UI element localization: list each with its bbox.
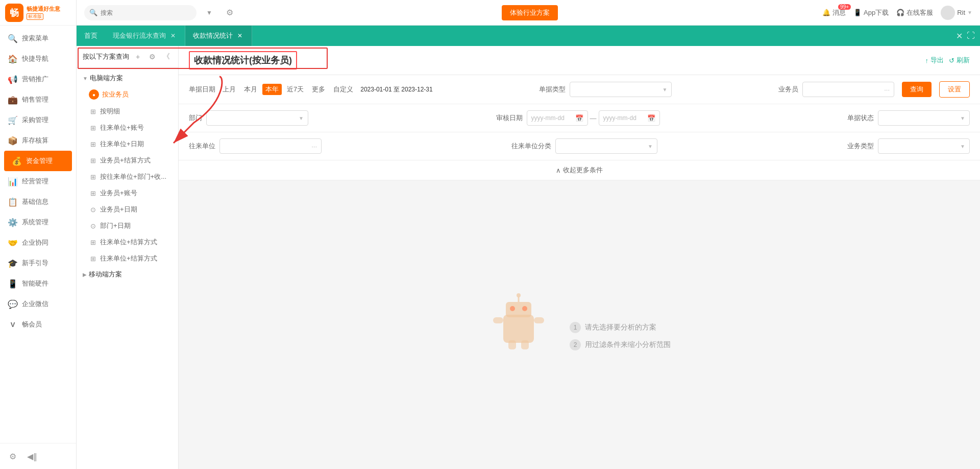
sidebar-item-basic[interactable]: 📋 基础信息 — [0, 192, 76, 212]
sidebar-nav: 🔍 搜索菜单 🏠 快捷导航 📢 营销推广 💼 销售管理 🛒 采购管理 📦 库存核… — [0, 26, 76, 443]
sidebar-collapse-button[interactable]: ◀‖ — [24, 449, 40, 464]
date-dash: — — [590, 114, 597, 122]
counterpart-label: 往来单位 — [189, 142, 215, 151]
sidebar-item-marketing[interactable]: 📢 营销推广 — [0, 69, 76, 89]
window-close-button[interactable]: ✕ — [956, 31, 963, 41]
date-tab-more[interactable]: 更多 — [309, 84, 328, 95]
collapse-button[interactable]: ∧ 收起更多条件 — [556, 166, 603, 175]
sidebar-item-purchase[interactable]: 🛒 采购管理 — [0, 110, 76, 130]
download-icon: 📱 — [853, 9, 862, 16]
scheme-item-salesman-date[interactable]: ⊙ 业务员+日期 — [77, 201, 178, 218]
scheme-item-salesman-account[interactable]: ⊞ 业务员+账号 — [77, 185, 178, 201]
sidebar-item-guide[interactable]: 🎓 新手引导 — [0, 253, 76, 273]
sidebar-item-hardware[interactable]: 📱 智能硬件 — [0, 273, 76, 294]
scheme-collapse-button[interactable]: 《 — [161, 51, 172, 62]
business-type-field: 业务类型 ▼ — [847, 138, 970, 154]
clock-icon: ⊙ — [89, 205, 97, 214]
sidebar-item-corp[interactable]: 🤝 企业协同 — [0, 232, 76, 253]
messages-button[interactable]: 🔔 消息 99+ — [822, 8, 846, 17]
counterpart-category-select[interactable]: ▼ — [555, 138, 657, 154]
chevron-down-icon: ▼ — [960, 144, 965, 149]
date-tab-7days[interactable]: 近7天 — [284, 84, 307, 95]
scheme-item-by-salesman[interactable]: ● 按业务员 — [77, 86, 178, 103]
review-date-end[interactable]: yyyy-mm-dd 📅 — [599, 110, 660, 126]
scheme-item-by-detail[interactable]: ⊞ 按明细 — [77, 103, 178, 120]
counterpart-select[interactable]: ··· — [219, 138, 322, 154]
wechat-icon: 💬 — [8, 299, 18, 309]
filter-row-3-inner: 往来单位 ··· 往来单位分类 ▼ — [189, 138, 970, 154]
date-tab-this-month[interactable]: 本月 — [241, 84, 260, 95]
scheme-group-pc-header[interactable]: ▼ 电脑端方案 — [77, 71, 178, 86]
sidebar-item-finance[interactable]: 💰 资金管理 — [4, 151, 72, 171]
scheme-settings-button[interactable]: ⚙ — [146, 51, 158, 62]
chevron-down-icon: ▼ — [299, 115, 304, 121]
filter-row-3: 往来单位 ··· 往来单位分类 ▼ — [179, 132, 980, 160]
topbar-gear-button[interactable]: ⚙ — [222, 5, 237, 20]
scheme-panel: 按以下方案查询 + ⚙ 《 ▼ 电脑端方案 ● 按业务员 — [77, 46, 179, 469]
search-input[interactable] — [101, 9, 191, 16]
content-area: 按以下方案查询 + ⚙ 《 ▼ 电脑端方案 ● 按业务员 — [77, 46, 980, 469]
topbar-dropdown-button[interactable]: ▼ — [202, 5, 217, 20]
review-date-start[interactable]: yyyy-mm-dd 📅 — [527, 110, 588, 126]
scheme-item-partner-date[interactable]: ⊞ 往来单位+日期 — [77, 136, 178, 152]
review-date-range: yyyy-mm-dd 📅 — yyyy-mm-dd 📅 — [527, 110, 660, 126]
date-tab-custom[interactable]: 自定义 — [330, 84, 356, 95]
setting-button[interactable]: 设置 — [939, 81, 970, 98]
date-range-display: 2023-01-01 至 2023-12-31 — [360, 85, 432, 94]
marketing-icon: 📢 — [8, 74, 18, 84]
tab-home[interactable]: 首页 — [77, 31, 105, 40]
sidebar-item-quicknav[interactable]: 🏠 快捷导航 — [0, 49, 76, 69]
svg-point-2 — [510, 306, 515, 311]
sidebar-item-operations[interactable]: 📊 经营管理 — [0, 171, 76, 192]
tab-collection-close[interactable]: ✕ — [236, 32, 244, 40]
trial-button[interactable]: 体验行业方案 — [502, 5, 558, 20]
scheme-group-mobile-header[interactable]: ▶ 移动端方案 — [77, 267, 178, 282]
scheme-group-mobile: ▶ 移动端方案 — [77, 267, 178, 282]
app-download-button[interactable]: 📱 App下载 — [853, 8, 889, 17]
user-profile[interactable]: Rit ▼ — [941, 6, 972, 20]
sidebar-item-wechat[interactable]: 💬 企业微信 — [0, 294, 76, 314]
tab-bankflow[interactable]: 现金银行流水查询 ✕ — [105, 26, 185, 46]
sidebar-item-sales[interactable]: 💼 销售管理 — [0, 89, 76, 110]
doc-type-select[interactable]: ▼ — [570, 82, 672, 97]
counterpart-category-label: 往来单位分类 — [511, 142, 551, 151]
doc-status-select[interactable]: ▼ — [878, 110, 970, 126]
chevron-down-icon: ▼ — [662, 87, 667, 92]
salesman-select[interactable]: ··· — [802, 82, 894, 97]
search-box[interactable]: 🔍 — [84, 5, 197, 20]
tab-bankflow-close[interactable]: ✕ — [169, 32, 177, 40]
date-tab-this-year[interactable]: 本年 — [262, 84, 282, 95]
review-date-field: 审核日期 yyyy-mm-dd 📅 — yyyy-mm-dd 📅 — [496, 110, 660, 126]
member-icon: V — [8, 319, 18, 330]
salesman-field: 业务员 ··· — [778, 82, 894, 97]
scheme-item-partner-settle1[interactable]: ⊞ 往来单位+结算方式 — [77, 234, 178, 250]
sidebar-item-member[interactable]: V 畅会员 — [0, 314, 76, 335]
tab-collection[interactable]: 收款情况统计 ✕ — [185, 26, 252, 46]
svg-rect-1 — [506, 302, 531, 317]
scheme-item-partner-account[interactable]: ⊞ 往来单位+账号 — [77, 120, 178, 136]
online-service-button[interactable]: 🎧 在线客服 — [896, 8, 933, 17]
svg-point-5 — [517, 293, 521, 297]
system-icon: ⚙️ — [8, 217, 18, 227]
refresh-button[interactable]: ↺ 刷新 — [949, 56, 970, 65]
scheme-item-dept-date[interactable]: ⊙ 部门+日期 — [77, 218, 178, 234]
sidebar-item-inventory[interactable]: 📦 库存核算 — [0, 130, 76, 151]
date-tab-last-month[interactable]: 上月 — [219, 84, 239, 95]
dept-select[interactable]: ▼ — [206, 110, 308, 126]
sidebar-settings-button[interactable]: ⚙ — [5, 449, 20, 464]
scheme-item-salesman-settle[interactable]: ⊞ 业务员+结算方式 — [77, 152, 178, 169]
export-button[interactable]: ↑ 导出 — [925, 56, 944, 65]
query-button[interactable]: 查询 — [902, 82, 932, 97]
home-icon: 🏠 — [8, 54, 18, 64]
basic-icon: 📋 — [8, 197, 18, 207]
business-type-select[interactable]: ▼ — [878, 138, 970, 154]
page-title: 收款情况统计(按业务员) — [189, 51, 297, 69]
bell-icon: 🔔 — [822, 9, 830, 16]
window-maximize-button[interactable]: ⛶ — [967, 31, 975, 40]
dept-label: 部门 — [189, 113, 202, 123]
sidebar-item-system[interactable]: ⚙️ 系统管理 — [0, 212, 76, 232]
scheme-item-partner-dept[interactable]: ⊞ 按往来单位+部门+收... — [77, 169, 178, 185]
sidebar-item-search[interactable]: 🔍 搜索菜单 — [0, 28, 76, 49]
scheme-item-partner-settle2[interactable]: ⊞ 往来单位+结算方式 — [77, 250, 178, 267]
scheme-add-button[interactable]: + — [132, 51, 143, 62]
